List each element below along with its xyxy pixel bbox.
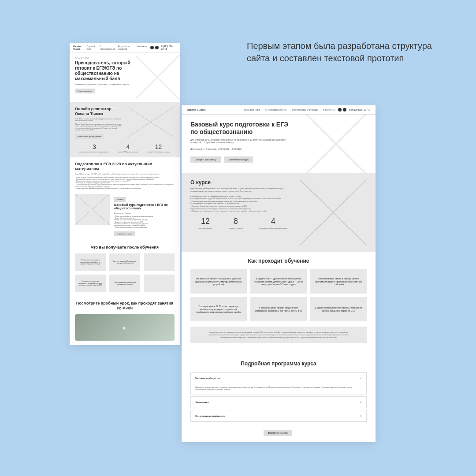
signup-button[interactable]: Записаться на курс [224,156,253,163]
about-stats: 12занятий в месяц 8уроков с лекцией 4пос… [190,217,295,229]
accordion-item[interactable]: Человек и общество × [190,372,367,384]
result-card: 5 комплектов авторских шпаргалок с теори… [75,275,106,292]
how-card: На закрытой онлайн-платформе с удобным ф… [190,269,247,294]
how-card: Вопросы можно задать в беседу группы, ли… [310,269,367,294]
hero-title: Преподаватель, который готовит к ЕГЭ/ОГЭ… [75,60,135,82]
social-icon[interactable] [338,108,342,112]
result-card [144,275,175,292]
accordion-title: Социальные отношения [195,415,225,417]
program-section: Подробная программа курса Человек и обще… [182,354,376,442]
prep-title: Подготовлю к ЕГЭ 2023 по актуальным мате… [75,162,175,171]
how-section: Как проходит обучение На закрытой онлайн… [182,252,376,354]
nav: Годовой курс О преподавателе Результаты … [244,108,335,111]
nav: Годовой курс О преподавателе Результаты … [86,45,146,50]
stats-row: 3высших образования учителя в обществозн… [75,143,175,153]
about-text: Курс подходит для подготовки к ЕГЭ по об… [190,187,295,192]
social-icon[interactable] [343,108,346,112]
how-card: К каждому уроку даются раздаточные матер… [250,297,307,321]
logo[interactable]: Оксана Тымко [187,108,206,111]
trial-title: Посмотрите пробный урок, как проходят за… [75,301,175,311]
prep-subtitle: Каждый 4-й ученик сдает ЕГЭ 2022 на 90+,… [75,173,175,175]
phone-number[interactable]: 8 (913) 596-20-43 [161,45,176,50]
how-card: В будние дни — уроки со всей необходимой… [250,269,307,294]
view-program-button[interactable]: Смотреть программу [190,156,221,163]
stat: 4посвящены вебинар-практикумам [259,217,287,229]
about-teacher-button[interactable]: Подробнее о преподавателе [75,134,104,139]
nav-item[interactable]: Контакты [323,108,335,111]
prep-bullets: • Теория материал обновлен ежегодно толь… [75,177,175,190]
about-title: О курсе [190,179,295,186]
wireframe-right: Оксана Тымко Годовой курс О преподавател… [182,105,376,442]
stat: 3высших образования учителя в обществозн… [79,143,109,153]
about-image-placeholder [300,179,367,245]
social-icons [338,108,346,112]
stat: 12опыт работы, 7 из которых — в школе [147,143,170,153]
result-card: Доступ в закрытый Telegram-чат с ежеднев… [109,253,140,271]
course-title: Базовый курс подготовки к ЕГЭ по обществ… [114,203,175,211]
hero-title: Базовый курс подготовки к ЕГЭ по обществ… [190,121,296,136]
nav-item[interactable]: Годовой курс [244,108,260,111]
header: Оксана Тымко Годовой курс О преподавател… [70,43,180,52]
accordion-title: Экономика [195,401,209,404]
phone-number[interactable]: 8 (913) 596-20-43 [349,108,370,111]
tutor-title: Онлайн репетитор — Оксана Тымко [75,107,123,116]
trial-section: Посмотрите пробный урок, как проходят за… [70,297,180,345]
close-icon[interactable]: × [360,376,362,380]
stat: 12занятий в месяц [199,217,212,229]
how-card: 1-2 раза в месяц пишется пробный экзамен… [310,297,367,321]
results-section: Что вы получаете после обучения Помощь и… [70,241,180,297]
tutor-section: Онлайн репетитор — Оксана Тымко ЕГЭ и ОГ… [70,102,180,157]
results-title: Что вы получаете после обучения [75,245,175,250]
accordion-item[interactable]: Социальные отношения × [190,410,367,422]
accordion-title: Человек и общество [195,377,220,379]
hero-section: ОКСАНА ТЫМКО Преподаватель, который гото… [70,52,180,102]
page-description: Первым этапом была разработана структура… [247,40,450,64]
nav-item[interactable]: О преподавателе [100,45,115,50]
hero-subtitle: Эффективная подготовка к экзаменам — в к… [75,83,135,86]
social-icon[interactable] [155,46,159,49]
hero-image-placeholder [298,115,376,173]
nav-item[interactable]: Результаты учеников [292,108,318,111]
program-title: Подробная программа курса [190,361,367,367]
course-bullets: • Разбор всех необходимых тем и решение … [114,216,175,228]
nav-item[interactable]: Результаты учеников [118,45,134,50]
accordion-item[interactable]: Экономика × [190,396,367,408]
course-details-button[interactable]: Подробнее о курсе [114,231,135,236]
accordion-content: Природное и общественное в человеке. Мир… [190,384,367,394]
wireframe-left: Оксана Тымко Годовой курс О преподавател… [70,43,180,345]
course-image-placeholder [75,194,110,225]
close-icon[interactable]: × [360,414,362,418]
how-card: В воскресенье в 12.00 по мск проходят ве… [190,297,247,321]
tutor-text: ЕГЭ и ОГЭ — сложные экзамены. К ним труд… [75,118,123,122]
badge-new: новинка [114,197,126,202]
tutor-photo-placeholder [127,107,175,138]
header: Оксана Тымко Годовой курс О преподавател… [182,105,376,115]
result-card [144,253,175,271]
how-note: Каждый урок состоит из видео со всей нео… [190,327,367,343]
logo[interactable]: Оксана Тымко [73,45,86,50]
social-icons [150,46,159,49]
learn-more-button[interactable]: Узнать подробнее [75,89,95,93]
hero-image-placeholder [136,52,180,102]
nav-item[interactable]: О преподавателе [265,108,287,111]
stat: 4проекта ЕГЭ 4 раза с учениками [118,143,138,153]
result-card: Помощь и консультации по экзаменационной… [75,253,106,271]
course-duration: Длительность — 7 месяцев [114,212,175,214]
prep-section: Подготовлю к ЕГЭ 2023 по актуальным мате… [70,157,180,241]
how-title: Как проходит обучение [190,258,367,264]
tutor-text: Я Тымко Оксана Эмильевна — преподаватель… [75,123,123,131]
close-icon[interactable]: × [360,400,362,404]
about-section: О курсе Курс подходит для подготовки к Е… [182,173,376,252]
social-icon[interactable] [150,46,154,49]
about-bullets: • Пройдем все темы по Кодификатору (спис… [190,195,295,212]
result-card: План повторения пройденного материала к … [109,275,140,292]
nav-item[interactable]: Годовой курс [86,45,97,50]
stat: 8уроков с лекцией [229,217,243,229]
hero-section: Базовый курс подготовки к ЕГЭ по обществ… [182,115,376,173]
hero-overline: ОКСАНА ТЫМКО [75,57,135,59]
hero-duration: Длительность: 7 месяцев, с 5.09.2022 – 2… [190,148,296,151]
video-thumbnail[interactable] [75,314,175,341]
signup-button[interactable]: Записаться на курс [264,430,292,436]
hero-subtitle: Для учеников 10-11 классов, сопровождени… [190,138,296,144]
nav-item[interactable]: Контакты [137,45,147,50]
